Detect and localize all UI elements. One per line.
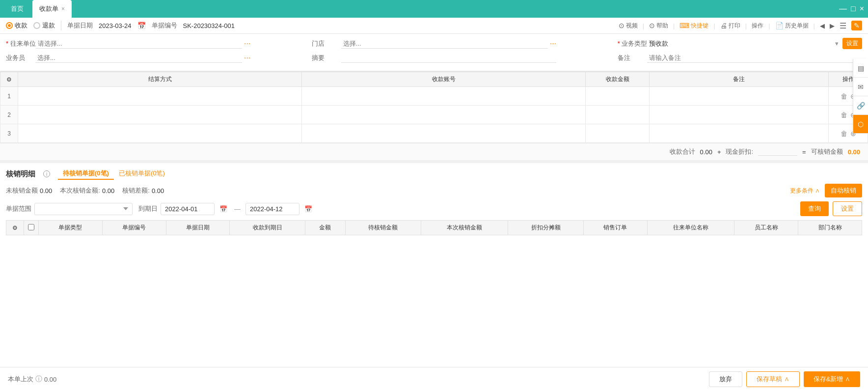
list-view-icon[interactable]: ☰ [840,21,846,30]
right-panel-item-4[interactable]: ⬡ [853,115,868,134]
history-btn[interactable]: 📄 历史单据 [775,22,809,30]
right-panel-item-3[interactable]: 🔗 [853,96,868,115]
bottom-info-icon[interactable]: ⓘ [35,375,42,384]
counterpart-more-icon[interactable]: ··· [244,39,250,48]
form-area: 往来单位 ··· 门店 ··· 业务类型 预收款 ▾ 设置 业 [0,34,868,71]
summary-input[interactable] [341,53,556,63]
verify-table-settings[interactable]: ⚙ [6,221,24,235]
main-area: 收款 退款 单据日期 2023-03-24 📅 单据编号 SK-20230324… [0,18,868,391]
delete-icon[interactable]: 🗑 [841,92,847,100]
right-panel-item-1[interactable]: ▤ [853,59,868,78]
nav-next-icon[interactable]: ▶ [830,22,835,29]
help-label: 帮助 [656,22,668,30]
maximize-icon[interactable]: □ [851,4,856,13]
verify-info-icon[interactable]: i [43,170,50,177]
radio-receive[interactable]: 收款 [6,21,27,30]
nav-prev-icon[interactable]: ◀ [820,22,825,29]
stat-diff: 核销差额: 0.00 [122,186,164,195]
shortcut-btn[interactable]: ⌨ 快捷键 [679,22,708,30]
more-filter-btn[interactable]: 更多条件 ∧ [790,187,820,195]
form-row-2: 业务员 ··· 摘要 备注 [6,53,862,63]
question-icon: ⊙ [649,22,655,29]
note-cell[interactable] [650,124,829,143]
store-more-icon[interactable]: ··· [550,39,556,48]
tab-home[interactable]: 首页 [4,0,30,18]
date-to-input[interactable] [245,203,299,215]
select-all-checkbox[interactable] [28,224,34,230]
abandon-btn[interactable]: 放弃 [709,371,742,387]
radio-refund-dot [33,22,40,29]
calendar-icon[interactable]: 📅 [137,22,146,29]
account-cell[interactable] [302,87,586,106]
date-label: 到期日 [138,204,158,213]
close-icon[interactable]: × [860,4,864,13]
verify-col-9: 往来单位名称 [647,221,734,235]
auto-verify-btn[interactable]: 自动核销 [825,184,862,197]
delete-icon[interactable]: 🗑 [841,111,847,119]
video-btn[interactable]: ⊙ 视频 [619,22,638,30]
counterpart-input[interactable] [36,39,242,49]
equals-sign: = [802,148,806,156]
range-field: 单据范围 [6,203,133,215]
verify-col-checkbox[interactable] [24,221,39,235]
payment-method-cell[interactable] [18,124,302,143]
edit-view-icon[interactable]: ✎ [851,21,862,30]
col-payment-method: 结算方式 [18,72,302,87]
agent-more-icon[interactable]: ··· [244,54,250,62]
amount-cell[interactable] [586,87,650,106]
note-input[interactable] [647,53,862,63]
verify-col-7: 折扣分摊额 [508,221,584,235]
account-cell[interactable] [302,106,586,124]
verify-col-0: 单据类型 [39,221,103,235]
circle-play-icon: ⊙ [619,22,624,29]
save-draft-btn[interactable]: 保存草稿 ∧ [746,371,800,387]
keyboard-icon: ⌨ [679,22,689,29]
amount-cell[interactable] [586,124,650,143]
tab-close-icon[interactable]: × [61,5,65,12]
help-btn[interactable]: ⊙ 帮助 [649,22,668,30]
calendar-from-icon[interactable]: 📅 [219,205,227,213]
calendar-to-icon[interactable]: 📅 [304,205,312,213]
radio-refund[interactable]: 退款 [33,21,55,30]
counterpart-field: 往来单位 ··· [6,39,250,49]
biztype-label: 业务类型 [618,39,648,48]
date-from-input[interactable] [161,203,215,215]
verify-col-5: 待核销金额 [345,221,421,235]
range-select[interactable] [34,203,133,215]
delete-icon[interactable]: 🗑 [841,130,847,138]
settings-btn[interactable]: 设置 [842,38,862,49]
discount-input[interactable] [758,148,797,156]
summary-label: 摘要 [312,54,341,62]
minimize-icon[interactable]: — [839,4,847,13]
amount-cell[interactable] [586,106,650,124]
date-label: 单据日期 [67,21,93,30]
tab-active[interactable]: 收款单 × [32,0,72,18]
payment-method-cell[interactable] [18,106,302,124]
agent-input[interactable] [35,53,242,63]
payment-method-cell[interactable] [18,87,302,106]
total-value: 0.00 [700,148,712,156]
note-cell[interactable] [650,106,829,124]
table-settings-icon[interactable]: ⚙ [0,72,18,87]
verify-col-1: 单据编号 [102,221,166,235]
biztype-field: 业务类型 预收款 ▾ 设置 [618,38,862,49]
tab-pending[interactable]: 待核销单据(0笔) [58,168,114,180]
store-input[interactable] [341,39,548,49]
print-btn[interactable]: 🖨 打印 [720,22,740,30]
operation-btn[interactable]: 操作 [752,22,763,30]
note-cell[interactable] [650,87,829,106]
filter-settings-btn[interactable]: 设置 [833,201,862,216]
biztype-dropdown-icon[interactable]: ▾ [835,40,839,47]
history-icon: 📄 [775,22,784,29]
verify-tabs: 待核销单据(0笔) 已核销单据(0笔) [58,168,170,180]
summary-row: 收款合计 0.00 + 现金折扣: = 可核销金额 0.00 [0,143,868,160]
query-btn[interactable]: 查询 [800,201,829,216]
right-panel-item-2[interactable]: ✉ [853,78,868,96]
payment-table-area: ⚙ 结算方式 收款账号 收款金额 备注 操作 1 🗑 ⊕ [0,71,868,143]
tab-done[interactable]: 已核销单据(0笔) [114,168,170,180]
account-cell[interactable] [302,124,586,143]
bottom-buttons: 放弃 保存草稿 ∧ 保存&新增 ∧ [709,371,860,387]
verify-header: 核销明细 i 待核销单据(0笔) 已核销单据(0笔) [6,168,862,180]
save-new-btn[interactable]: 保存&新增 ∧ [804,371,860,387]
bottom-label: 本单上次 [8,375,33,384]
